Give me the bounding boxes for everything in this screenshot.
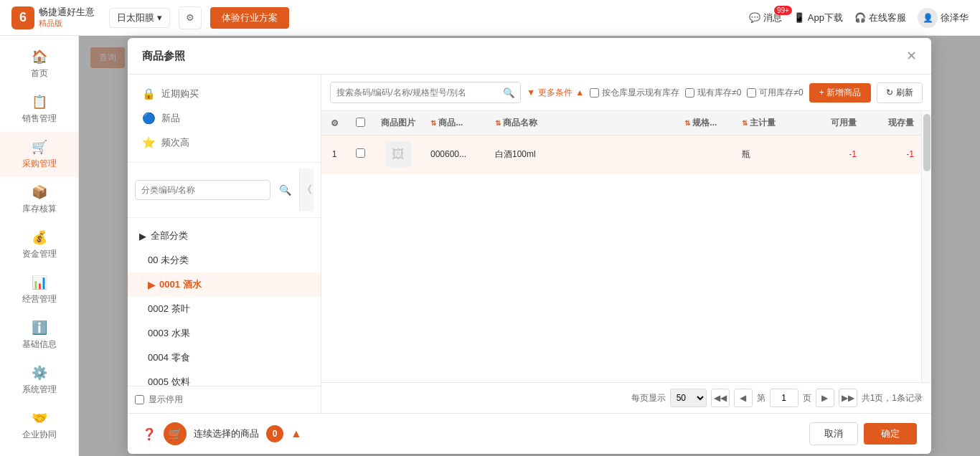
messages-badge: 99+	[774, 6, 792, 15]
table-scrollbar[interactable]	[921, 111, 931, 382]
quick-recent-purchase[interactable]: 🔒 近期购买	[135, 82, 314, 106]
logo-char: 6	[19, 10, 27, 25]
cat-all[interactable]: ▶ 全部分类	[128, 224, 321, 248]
cat-arrow-0001: ▶	[148, 280, 155, 290]
add-product-button[interactable]: + 新增商品	[809, 83, 871, 103]
select-all-checkbox[interactable]	[356, 118, 365, 127]
cat-0003[interactable]: 0003 水果	[128, 321, 321, 346]
basic-icon: ℹ️	[32, 320, 47, 336]
row-code: 000600...	[430, 149, 466, 159]
next-page-button[interactable]: ▶	[816, 389, 834, 407]
per-page-select[interactable]: 50 10 20 100	[670, 389, 707, 407]
cat-arrow-all: ▶	[139, 231, 146, 242]
footer-right: 取消 确定	[809, 422, 917, 445]
quick-new-products[interactable]: 🔵 新品	[135, 106, 314, 130]
sidebar-item-basic[interactable]: ℹ️ 基础信息	[0, 313, 78, 358]
sidebar-label-inventory: 库存核算	[22, 203, 57, 215]
dialog-close-button[interactable]: ✕	[906, 48, 917, 64]
cat-label-0005: 0005 饮料	[148, 376, 190, 386]
row-avail: -1	[849, 149, 857, 159]
cat-0004[interactable]: 0004 零食	[128, 346, 321, 370]
prev-page-button[interactable]: ◀	[734, 389, 753, 407]
star-icon: ⭐	[142, 136, 156, 149]
col-spec-header[interactable]: ⇅ 规格...	[677, 111, 735, 136]
cat-label-0003: 0003 水果	[148, 327, 190, 340]
service-btn[interactable]: 🎧 在线客服	[854, 11, 906, 24]
product-search-input[interactable]	[331, 87, 497, 98]
product-image: 🖼	[385, 141, 411, 167]
messages-btn[interactable]: 💬 消息 99+	[749, 11, 782, 24]
row-avail-cell: -1	[792, 136, 864, 174]
product-search-button[interactable]: 🔍	[497, 82, 520, 103]
filter-by-warehouse-checkbox[interactable]	[590, 88, 599, 98]
sort-icon-code: ⇅	[430, 119, 436, 127]
sidebar-item-sales[interactable]: 📋 销售管理	[0, 87, 78, 132]
filter-icon: ▼	[527, 87, 535, 98]
cancel-button[interactable]: 取消	[809, 422, 858, 445]
last-page-button[interactable]: ▶▶	[839, 389, 857, 407]
help-icon[interactable]: ❓	[142, 427, 156, 441]
operations-icon: 📊	[32, 275, 47, 290]
refresh-label: 刷新	[896, 87, 913, 99]
sidebar-label-purchase: 采购管理	[22, 158, 57, 170]
category-search-button[interactable]: 🔍	[275, 180, 295, 200]
cart-icon-btn[interactable]: 🛒	[164, 422, 187, 445]
trial-button[interactable]: 体验行业方案	[210, 7, 289, 29]
col-settings[interactable]: ⚙	[321, 111, 347, 136]
filter-bar: 🔍 ▼ 更多条件 ▲ 按仓库显示现有库存	[321, 75, 931, 111]
filter-stock-nonzero-checkbox[interactable]	[685, 88, 694, 98]
col-name-header[interactable]: ⇅ 商品名称	[488, 111, 677, 136]
chevron-down-icon: ▾	[157, 12, 162, 23]
sidebar-item-system[interactable]: ⚙️ 系统管理	[0, 358, 78, 403]
category-search-input[interactable]	[135, 180, 270, 200]
cat-0005[interactable]: 0005 饮料	[128, 370, 321, 386]
col-code-header[interactable]: ⇅ 商品...	[423, 111, 488, 136]
sidebar-item-finance[interactable]: 💰 资金管理	[0, 222, 78, 267]
cat-0002[interactable]: 0002 茶叶	[128, 297, 321, 321]
page-label-prefix: 第	[757, 392, 765, 404]
sidebar-item-inventory[interactable]: 📦 库存核算	[0, 177, 78, 222]
sidebar-item-home[interactable]: 🏠 首页	[0, 42, 78, 87]
store-selector[interactable]: 日太阳膜 ▾	[109, 8, 170, 28]
app-download-btn[interactable]: 📱 App下载	[793, 11, 843, 24]
table-head: ⚙ 商品图片 ⇅	[321, 111, 921, 136]
scrollbar-thumb[interactable]	[923, 114, 930, 171]
row-unit-cell: 瓶	[735, 136, 792, 174]
col-unit-header[interactable]: ⇅ 主计量	[735, 111, 792, 136]
panel-collapse-button[interactable]: 《	[299, 168, 314, 212]
sidebar-item-collab[interactable]: 🤝 企业协同	[0, 403, 78, 448]
footer-left: ❓ 🛒 连续选择的商品 0 ▲	[142, 422, 801, 445]
app-label: App下载	[808, 11, 843, 24]
collapse-up-button[interactable]: ▲	[291, 427, 302, 440]
sidebar-item-guide[interactable]: 🎯 新手引导	[0, 448, 78, 456]
col-code-label: 商品...	[438, 118, 463, 128]
cat-0001[interactable]: ▶ 0001 酒水	[128, 272, 321, 297]
cat-uncategorized[interactable]: 00 未分类	[128, 248, 321, 272]
first-page-button[interactable]: ◀◀	[711, 389, 730, 407]
col-avail-header: 可用量	[792, 111, 864, 136]
page-number-input[interactable]	[770, 389, 798, 407]
refresh-button[interactable]: ↻ 刷新	[877, 82, 923, 103]
settings-btn[interactable]: ⚙	[179, 6, 202, 29]
nav-right: 💬 消息 99+ 📱 App下载 🎧 在线客服 👤 徐泽华	[749, 8, 969, 28]
logo-icon: 6	[11, 6, 34, 29]
more-filters-btn[interactable]: ▼ 更多条件 ▲	[527, 87, 584, 99]
username: 徐泽华	[941, 11, 969, 24]
quick-frequent[interactable]: ⭐ 频次高	[135, 130, 314, 155]
cat-label-uncategorized: 00 未分类	[148, 254, 189, 267]
cat-label-0001: 0001 酒水	[159, 278, 202, 291]
sidebar-item-operations[interactable]: 📊 经营管理	[0, 267, 78, 313]
filter-stock-nonzero-label: 现有库存≠0	[685, 87, 741, 99]
confirm-button[interactable]: 确定	[864, 423, 917, 445]
filter-avail-nonzero-checkbox[interactable]	[747, 88, 756, 98]
cat-label-all: 全部分类	[151, 229, 188, 242]
chevron-up-icon: ▲	[575, 87, 584, 98]
gear-icon: ⚙	[186, 12, 194, 23]
show-disabled-checkbox[interactable]	[135, 395, 144, 404]
sidebar-item-purchase[interactable]: 🛒 采购管理	[0, 132, 78, 177]
right-panel: 🔍 ▼ 更多条件 ▲ 按仓库显示现有库存	[321, 75, 931, 413]
user-menu[interactable]: 👤 徐泽华	[918, 8, 969, 28]
row-checkbox[interactable]	[356, 148, 365, 158]
left-panel: 🔒 近期购买 🔵 新品 ⭐ 频次高	[128, 75, 321, 413]
table-row[interactable]: 1 🖼 000600...	[321, 136, 921, 174]
